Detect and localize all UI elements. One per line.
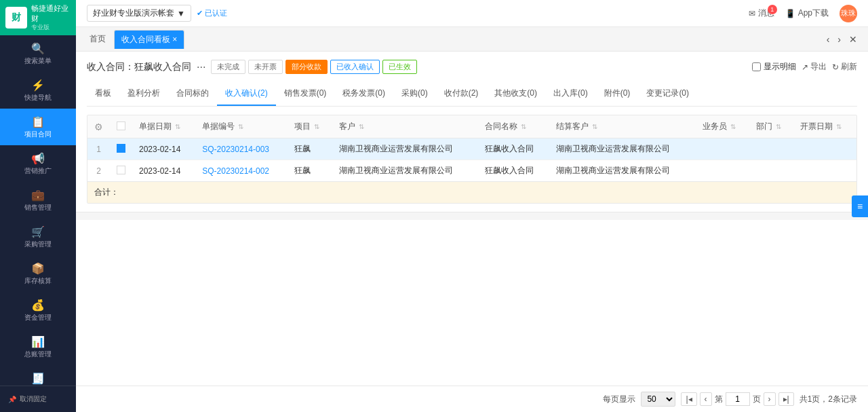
table-row[interactable]: 1 2023-02-14 SQ-20230214-003 狂飙 湖南卫视商业运营…	[87, 138, 856, 160]
status-buttons: 未完成未开票部分收款已收入确认已生效	[211, 60, 417, 74]
app-download-button[interactable]: 📱 App下载	[785, 7, 829, 19]
row-date: 2023-02-14	[132, 160, 195, 182]
row-checkbox[interactable]	[110, 138, 132, 160]
verified-badge: ✔ 已认证	[197, 8, 227, 18]
pin-icon: 📌	[8, 396, 16, 403]
logo-icon: 财	[5, 7, 27, 29]
row-select-checkbox[interactable]	[117, 166, 125, 174]
tab-next-button[interactable]: ›	[835, 33, 844, 46]
gear-icon[interactable]: ⚙	[94, 121, 103, 132]
show-detail-checkbox[interactable]: 显示明细	[752, 61, 796, 73]
th-contract: 合同名称⇅	[478, 115, 549, 138]
sub-tab-其他收支(0)[interactable]: 其他收支(0)	[486, 82, 545, 106]
user-avatar-area[interactable]: 珠珠	[840, 5, 857, 22]
export-icon: ↗	[802, 62, 808, 72]
row-department	[749, 160, 793, 182]
sidebar-item-营销推广[interactable]: 📢营销推广	[0, 145, 76, 182]
sidebar-item-项目合同[interactable]: 📋项目合同	[0, 109, 76, 145]
status-btn-已收入确认[interactable]: 已收入确认	[330, 60, 380, 74]
sub-tabs: 看板盈利分析合同标的收入确认(2)销售发票(0)税务发票(0)采购(0)收付款(…	[87, 82, 857, 107]
row-checkbox[interactable]	[110, 160, 132, 182]
sidebar-item-采购管理[interactable]: 🛒采购管理	[0, 219, 76, 255]
sub-tab-合同标的[interactable]: 合同标的	[168, 82, 217, 106]
sub-tab-销售发票(0)[interactable]: 销售发票(0)	[276, 82, 335, 106]
sidebar-item-总账管理[interactable]: 📊总账管理	[0, 329, 76, 365]
horizontal-scrollbar[interactable]	[76, 212, 868, 220]
refresh-button[interactable]: ↻ 刷新	[832, 61, 857, 73]
sub-tab-附件(0)[interactable]: 附件(0)	[596, 82, 639, 106]
select-all-checkbox[interactable]	[117, 121, 125, 130]
sidebar-item-销售管理[interactable]: 💼销售管理	[0, 182, 76, 219]
sort-icon[interactable]: ⇅	[175, 123, 180, 130]
export-button[interactable]: ↗ 导出	[802, 61, 827, 73]
status-btn-部分收款[interactable]: 部分收款	[285, 60, 328, 74]
sidebar-item-资金管理[interactable]: 💰资金管理	[0, 292, 76, 329]
sub-tab-盈利分析[interactable]: 盈利分析	[119, 82, 168, 106]
per-page-select[interactable]: 2050100	[641, 392, 675, 407]
sidebar-item-搜索菜单[interactable]: 🔍搜索菜单	[0, 35, 76, 72]
next-page-button[interactable]: ›	[764, 392, 776, 406]
th-salesperson: 业务员⇅	[696, 115, 749, 138]
sort-icon[interactable]: ⇅	[359, 123, 364, 130]
sub-tab-税务发票(0)[interactable]: 税务发票(0)	[334, 82, 393, 106]
sort-icon[interactable]: ⇅	[238, 123, 243, 130]
sub-tab-变更记录(0)[interactable]: 变更记录(0)	[638, 82, 697, 106]
status-btn-未完成[interactable]: 未完成	[211, 60, 245, 74]
table-row[interactable]: 2 2023-02-14 SQ-20230214-002 狂飙 湖南卫视商业运营…	[87, 160, 856, 182]
row-num: 2	[87, 160, 110, 182]
sub-tab-看板[interactable]: 看板	[87, 82, 119, 106]
sort-icon[interactable]: ⇅	[314, 123, 319, 130]
sort-icon[interactable]: ⇅	[592, 123, 597, 130]
sub-tab-采购(0)[interactable]: 采购(0)	[393, 82, 436, 106]
page-input[interactable]	[726, 392, 750, 406]
nav-label: 销售管理	[24, 204, 52, 212]
row-num: 1	[87, 138, 110, 160]
sub-tab-收入确认(2)[interactable]: 收入确认(2)	[217, 82, 276, 106]
row-code-link[interactable]: SQ-20230214-002	[202, 166, 269, 176]
nav-icon: ⚡	[31, 79, 45, 92]
tabbar: 首页 收入合同看板 × ‹ › ✕	[76, 27, 868, 52]
th-salesperson-label: 业务员	[703, 121, 727, 132]
current-tab[interactable]: 收入合同看板 ×	[114, 30, 184, 49]
status-btn-已生效[interactable]: 已生效	[382, 60, 417, 74]
th-date-label: 单据日期	[139, 121, 172, 132]
row-salesperson	[696, 160, 749, 182]
sub-tab-出入库(0)[interactable]: 出入库(0)	[545, 82, 596, 106]
last-page-button[interactable]: ▸|	[778, 392, 794, 406]
prev-page-button[interactable]: ‹	[700, 392, 712, 406]
message-button[interactable]: ✉ 1 消息	[749, 7, 774, 19]
status-btn-未开票[interactable]: 未开票	[248, 60, 283, 74]
sidebar-item-库存核算[interactable]: 📦库存核算	[0, 255, 76, 292]
sort-icon[interactable]: ⇅	[776, 123, 781, 130]
row-select-checkbox[interactable]	[117, 144, 125, 153]
sub-tab-收付款(2)[interactable]: 收付款(2)	[436, 82, 487, 106]
nav-label: 库存核算	[24, 277, 52, 285]
th-billing-label: 结算客户	[556, 121, 589, 132]
sort-icon[interactable]: ⇅	[836, 123, 842, 130]
sidebar-item-快捷导航[interactable]: ⚡快捷导航	[0, 72, 76, 109]
refresh-icon: ↻	[832, 62, 839, 72]
unpin-button[interactable]: 📌 取消固定	[5, 392, 71, 407]
total-row: 合计：	[87, 181, 856, 203]
detail-checkbox-input[interactable]	[752, 62, 761, 71]
row-code-link[interactable]: SQ-20230214-003	[202, 145, 269, 154]
tab-prev-button[interactable]: ‹	[824, 33, 833, 46]
nav-label: 营销推广	[24, 167, 52, 175]
sort-icon[interactable]: ⇅	[521, 123, 526, 130]
app-name: 畅捷通好业财	[31, 3, 71, 23]
sidebar-bottom[interactable]: 📌 取消固定	[0, 386, 76, 412]
company-select[interactable]: 好业财专业版演示帐套 ▼	[87, 5, 191, 22]
show-detail-label: 显示明细	[764, 61, 796, 73]
row-billing-customer: 湖南卫视商业运营发展有限公司	[549, 138, 695, 160]
row-project: 狂飙	[288, 138, 332, 160]
row-billing-customer: 湖南卫视商业运营发展有限公司	[549, 160, 695, 182]
sidebar-item-发票管理[interactable]: 🧾发票管理	[0, 365, 76, 386]
more-button[interactable]: ···	[197, 61, 205, 73]
right-float-button[interactable]: ≡	[852, 195, 868, 217]
th-department-label: 部门	[756, 121, 772, 132]
tab-close-button[interactable]: ✕	[846, 33, 860, 46]
first-page-button[interactable]: |◂	[681, 392, 696, 406]
home-tab[interactable]: 首页	[84, 31, 111, 48]
row-invoice-date	[793, 138, 856, 160]
sort-icon[interactable]: ⇅	[730, 123, 736, 130]
